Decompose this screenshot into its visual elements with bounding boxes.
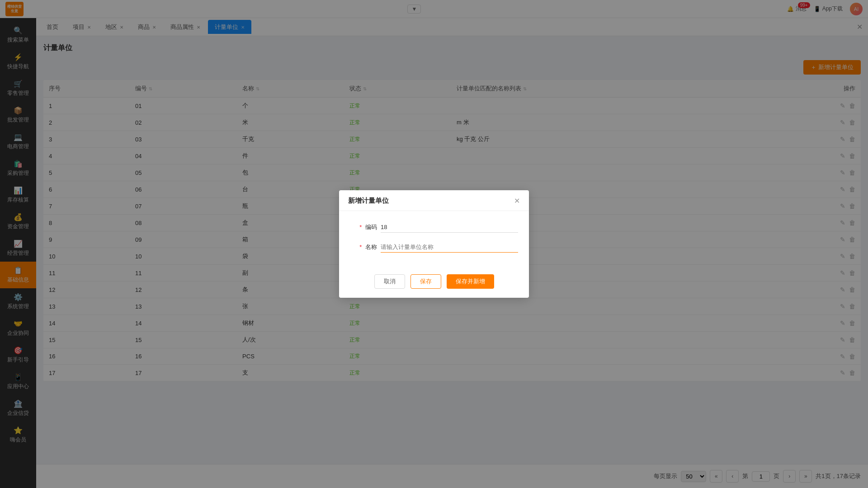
modal-overlay: 新增计量单位 ✕ * 编码 * 名称 取消 保存 保存并新增: [0, 0, 868, 488]
cancel-button[interactable]: 取消: [374, 274, 405, 289]
name-input[interactable]: [381, 242, 518, 253]
modal-close-button[interactable]: ✕: [514, 197, 520, 205]
code-input[interactable]: [381, 222, 518, 233]
modal-header: 新增计量单位 ✕: [339, 190, 529, 211]
modal-footer: 取消 保存 保存并新增: [339, 269, 529, 298]
add-unit-modal: 新增计量单位 ✕ * 编码 * 名称 取消 保存 保存并新增: [339, 190, 529, 298]
name-required-mark: *: [359, 244, 362, 250]
code-label: * 编码: [350, 223, 377, 231]
code-required-mark: *: [359, 224, 362, 230]
save-and-new-button[interactable]: 保存并新增: [447, 274, 494, 289]
code-label-text: 编码: [365, 224, 377, 230]
name-label-text: 名称: [365, 244, 377, 250]
modal-body: * 编码 * 名称: [339, 211, 529, 269]
modal-title: 新增计量单位: [348, 197, 389, 205]
form-item-code: * 编码: [350, 222, 518, 233]
form-item-name: * 名称: [350, 242, 518, 253]
name-label: * 名称: [350, 243, 377, 251]
save-button[interactable]: 保存: [410, 274, 441, 289]
